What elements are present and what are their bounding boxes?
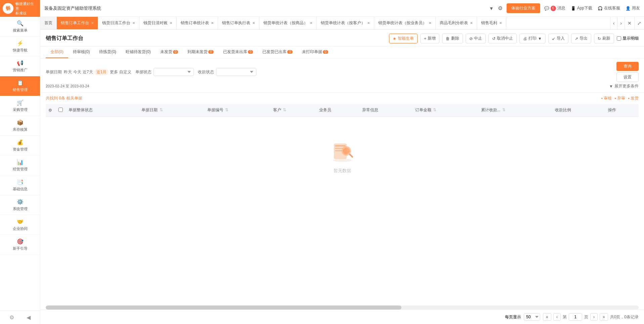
tab-home[interactable]: 首页 [40, 17, 57, 30]
tab-close-sales-workbench[interactable]: ✕ [91, 21, 94, 25]
import-btn[interactable]: ↙ 导入 [548, 34, 568, 43]
show-detail-input[interactable] [617, 36, 621, 41]
topbar-settings-icon[interactable]: ⚙ [498, 5, 503, 11]
tab-sales-workbench[interactable]: 销售订单工作台 ✕ [57, 17, 98, 30]
sidebar-item-search[interactable]: 🔍 搜索菜单 [0, 17, 40, 37]
prev-page-btn[interactable]: ‹ [553, 313, 561, 321]
tab-scroll-right[interactable]: › [617, 17, 625, 30]
export-btn[interactable]: ↗ 导出 [571, 34, 591, 43]
review-action[interactable]: 审核 [601, 95, 612, 101]
sub-tab-overdue-ship[interactable]: 到期未发货0 [183, 46, 218, 58]
tab-sales-stats-product[interactable]: 销货单统计表（按商品） ✕ [259, 17, 317, 30]
sidebar-item-inventory[interactable]: 📦 库存核算 [0, 116, 40, 136]
sidebar-item-finance[interactable]: 💰 资金管理 [0, 136, 40, 156]
sort-collected-icon[interactable]: ⇅ [502, 108, 506, 112]
sidebar-item-operation[interactable]: 📊 经营管理 [0, 156, 40, 175]
sort-amount-icon[interactable]: ⇅ [433, 108, 436, 112]
print-btn[interactable]: 🖨 打印 ▼ [519, 34, 546, 43]
online-service-group[interactable]: 🎧 在线客服 [598, 5, 620, 11]
sidebar-item-marketing[interactable]: 📢 营销推广 [0, 56, 40, 76]
system-title-dropdown[interactable]: ▼ [489, 6, 494, 11]
sort-date-icon[interactable]: ⇅ [160, 108, 163, 112]
smart-btn[interactable]: ★ 智能生单 [389, 34, 418, 43]
tab-close-current[interactable]: ✕ [625, 17, 634, 30]
print-dropdown-icon: ▼ [538, 36, 542, 41]
page-number-input[interactable] [569, 313, 582, 321]
tab-maximize[interactable]: ⤢ [634, 17, 644, 30]
sub-tab-shipped-out[interactable]: 已发货已出库0 [258, 46, 297, 58]
date-more[interactable]: 更多 [110, 69, 118, 75]
print-icon: 🖨 [523, 36, 527, 41]
tab-close-sales-stats[interactable]: ✕ [211, 21, 214, 25]
tab-sales-stats-customer[interactable]: 销货单统计表（按客户） ✕ [317, 17, 374, 30]
tab-close-sales-profit[interactable]: ✕ [499, 21, 502, 25]
tab-product-margin[interactable]: 商品毛利分析表 ✕ [436, 17, 477, 30]
expand-btn[interactable]: ▼ 展开更多条件 [609, 83, 639, 89]
sub-tab-wangpu-ship[interactable]: 旺铺待发货(0) [121, 46, 156, 58]
stop-btn[interactable]: ⊘ 中止 [466, 34, 486, 43]
next-page-btn[interactable]: › [590, 313, 598, 321]
sort-customer-icon[interactable]: ⇅ [283, 108, 286, 112]
collapse-button[interactable]: ◀ [27, 314, 31, 321]
horizontal-scrollbar[interactable] [46, 306, 639, 310]
app-download-group[interactable]: 📱 App下载 [571, 5, 592, 11]
tab-sales-exec[interactable]: 销售订单执行表 ✕ [218, 17, 259, 30]
main-area: 装备及固定资产辅助管理系统 ▼ ⚙ 体验行业方案 💬 6 消息 📱 App下载 … [40, 0, 644, 324]
tab-sales-profit[interactable]: 销售毛利 ✕ [477, 17, 506, 30]
sub-tab-all[interactable]: 全部(0) [46, 46, 68, 58]
tab-sales-stats-staff[interactable]: 销货单统计表（按业务员） ✕ [374, 17, 436, 30]
add-btn[interactable]: + 新增 [420, 34, 439, 43]
message-group[interactable]: 💬 6 消息 [544, 5, 565, 11]
refresh-btn[interactable]: ↻ 刷新 [594, 34, 614, 43]
sub-tab-pending-review[interactable]: 待审核(0) [68, 46, 95, 58]
first-page-btn[interactable]: « [543, 313, 551, 321]
ship-action[interactable]: 发货 [628, 95, 639, 101]
show-detail-checkbox[interactable]: 显示明细 [617, 36, 639, 41]
tab-scroll-left[interactable]: ‹ [610, 17, 617, 30]
settings-btn[interactable]: 设置 [616, 72, 639, 82]
settings-button[interactable]: ⚙ [9, 314, 14, 321]
last-page-btn[interactable]: » [600, 313, 608, 321]
tab-cash-daily[interactable]: 钱货日清工作台 ✕ [98, 17, 139, 30]
tab-sales-stats[interactable]: 销售订单统计表 ✕ [177, 17, 218, 30]
sidebar-item-quick-nav[interactable]: ⚡ 快捷导航 [0, 37, 40, 56]
date-custom[interactable]: 自定义 [119, 69, 131, 75]
date-yesterday[interactable]: 昨天 [64, 69, 72, 75]
sidebar-item-system[interactable]: ⚙️ 系统管理 [0, 195, 40, 215]
sidebar-item-guide[interactable]: 🎯 新手引导 [0, 235, 40, 255]
tab-close-product-margin[interactable]: ✕ [470, 21, 473, 25]
sidebar-item-purchase[interactable]: 🛒 采购管理 [0, 96, 40, 116]
logo-letter: 畅 [6, 5, 10, 11]
date-today[interactable]: 今天 [73, 69, 81, 75]
tab-cash-reconcile[interactable]: 钱货日清对账 ✕ [139, 17, 177, 30]
query-btn[interactable]: 查询 [616, 62, 639, 71]
select-all-checkbox[interactable] [58, 108, 63, 112]
sub-tab-pending-inspect[interactable]: 待拣货(0) [94, 46, 121, 58]
cancel-stop-btn[interactable]: ↺ 取消中止 [488, 34, 517, 43]
status-select[interactable] [154, 68, 194, 76]
payment-select[interactable] [216, 68, 256, 76]
un-review-action[interactable]: 弃审 [614, 95, 625, 101]
sort-number-icon[interactable]: ⇅ [225, 108, 228, 112]
sidebar-item-sales[interactable]: 📋 销售管理 [0, 76, 40, 96]
user-group[interactable]: 👤 用友 [626, 5, 640, 11]
sidebar-item-basic[interactable]: 📑 基础信息 [0, 175, 40, 195]
date-1month[interactable]: 近1月 [94, 69, 109, 75]
tab-close-cash-reconcile[interactable]: ✕ [170, 21, 172, 25]
industry-btn[interactable]: 体验行业方案 [507, 3, 540, 13]
tab-close-stats-staff[interactable]: ✕ [429, 21, 431, 25]
tab-close-stats-customer[interactable]: ✕ [367, 21, 370, 25]
filter-status-item: 单据状态 [135, 68, 194, 76]
delete-btn[interactable]: 🗑 删除 [442, 34, 463, 43]
date-7days[interactable]: 近7天 [83, 69, 93, 75]
sub-tab-shipped-no-out[interactable]: 已发货未出库0 [218, 46, 258, 58]
sub-tab-not-printed[interactable]: 未打印单据0 [297, 46, 333, 58]
scrollbar-thumb[interactable] [46, 306, 401, 310]
sub-tab-not-shipped[interactable]: 未发货0 [156, 46, 183, 58]
tab-close-sales-exec[interactable]: ✕ [252, 21, 255, 25]
sidebar-item-cooperation[interactable]: 🤝 企业协同 [0, 215, 40, 235]
tab-close-stats-product[interactable]: ✕ [310, 21, 312, 25]
th-settings[interactable]: ⚙ [46, 104, 56, 117]
page-size-select[interactable]: 50 10 20 100 [524, 313, 540, 321]
tab-close-cash-daily[interactable]: ✕ [132, 21, 135, 25]
